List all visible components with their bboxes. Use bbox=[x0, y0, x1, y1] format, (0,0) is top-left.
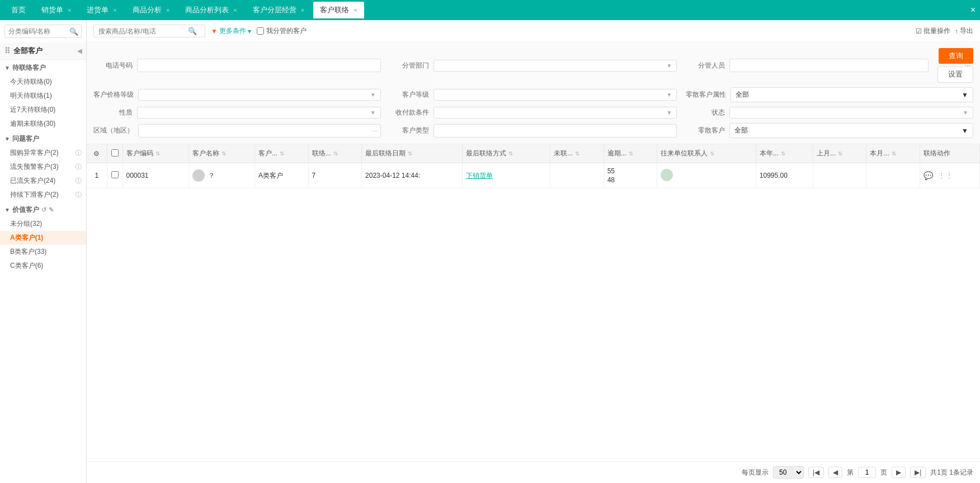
all-customers-header[interactable]: ⠿ 全部客户 ◀ bbox=[0, 42, 86, 60]
select-nature[interactable]: ▼ bbox=[137, 107, 381, 119]
info-icon-3: ⓘ bbox=[76, 177, 82, 185]
th-this-year[interactable]: 本年... ⇅ bbox=[756, 144, 813, 163]
sidebar-item-ungrouped[interactable]: 未分组(32) bbox=[0, 217, 86, 231]
select-retail[interactable]: 全部 ▼ bbox=[729, 123, 973, 138]
last-page-btn[interactable]: ▶| bbox=[910, 467, 926, 478]
th-contact-count[interactable]: 联络... ⇅ bbox=[308, 144, 362, 163]
page-number-input[interactable] bbox=[858, 467, 876, 478]
sidebar-item-tomorrow[interactable]: 明天待联络(1) bbox=[0, 89, 86, 103]
sidebar-item-declining[interactable]: 持续下滑客户(2) ⓘ bbox=[0, 188, 86, 202]
chevron-payment: ▼ bbox=[666, 110, 672, 116]
input-cust-type[interactable] bbox=[434, 124, 677, 138]
sidebar-item-abnormal-purchase[interactable]: 囤购异常客户(2) ⓘ bbox=[0, 146, 86, 160]
label-cust-grade: 客户等级 bbox=[390, 90, 429, 100]
th-type[interactable]: 客户... ⇅ bbox=[255, 144, 308, 163]
th-this-month[interactable]: 本月... ⇅ bbox=[866, 144, 920, 163]
total-label: 共1页 1条记录 bbox=[930, 468, 973, 477]
td-row-checkbox[interactable] bbox=[107, 163, 123, 188]
filter-phone: 电话号码 bbox=[93, 48, 381, 83]
my-customers-check[interactable] bbox=[257, 27, 264, 35]
th-settings[interactable]: ⚙ bbox=[87, 144, 107, 163]
search-box: 🔍 bbox=[93, 25, 205, 37]
input-region[interactable] bbox=[138, 124, 381, 138]
select-retail-attr[interactable]: 全部 ▼ bbox=[731, 87, 973, 102]
nav-product-analysis[interactable]: 商品分析 × bbox=[126, 2, 176, 18]
edit-group-icon[interactable]: ✎ bbox=[49, 206, 54, 214]
close-all-tabs-icon[interactable]: × bbox=[970, 5, 976, 15]
filter-price-grade: 客户价格等级 ▼ bbox=[93, 87, 381, 102]
sidebar-item-c-class[interactable]: C类客户(6) bbox=[0, 259, 86, 273]
sidebar-item-b-class[interactable]: B类客户(33) bbox=[0, 245, 86, 259]
sidebar-item-today[interactable]: 今天待联络(0) bbox=[0, 75, 86, 89]
label-nature: 性质 bbox=[93, 108, 133, 117]
nav-purchase[interactable]: 进货单 × bbox=[80, 2, 123, 18]
prev-page-btn[interactable]: ◀ bbox=[828, 467, 842, 478]
th-unit-contact[interactable]: 往来单位联系人 ⇅ bbox=[657, 144, 756, 163]
th-code[interactable]: 客户编码 ⇅ bbox=[123, 144, 189, 163]
arrow-icon: ▼ bbox=[4, 65, 10, 71]
nav-purchase-close[interactable]: × bbox=[113, 7, 116, 13]
sort-this-month-icon: ⇅ bbox=[892, 150, 896, 157]
group-problem-customers[interactable]: ▼ 问题客户 bbox=[0, 131, 86, 146]
batch-op-btn[interactable]: ☑ 批量操作 bbox=[916, 26, 950, 36]
group-pending-contact[interactable]: ▼ 待联络客户 bbox=[0, 60, 86, 75]
select-dept[interactable]: ▼ bbox=[434, 60, 677, 72]
sort-overdue-icon: ⇅ bbox=[629, 150, 633, 157]
more-filters-btn[interactable]: ▼ 更多条件 ▾ bbox=[211, 26, 251, 36]
message-action-icon[interactable]: 💬 bbox=[924, 171, 933, 180]
td-this-month bbox=[866, 163, 920, 188]
sort-last-month-icon: ⇅ bbox=[838, 150, 842, 157]
sidebar-item-churned[interactable]: 已流失客户(24) ⓘ bbox=[0, 174, 86, 188]
select-all-checkbox[interactable] bbox=[111, 149, 119, 157]
sort-name-icon: ⇅ bbox=[222, 150, 226, 157]
input-manager[interactable] bbox=[729, 59, 929, 72]
label-retail: 零散客户 bbox=[686, 126, 725, 135]
group-value-customers[interactable]: ▼ 价值客户 ↺ ✎ bbox=[0, 202, 86, 217]
sidebar-item-a-class[interactable]: A类客户(1) bbox=[0, 231, 86, 245]
nav-customer-contact[interactable]: 客户联络 × bbox=[313, 2, 364, 18]
select-payment[interactable]: ▼ bbox=[434, 107, 677, 119]
label-payment: 收付款条件 bbox=[390, 108, 429, 117]
th-last-contact-date[interactable]: 最后联络日期 ⇅ bbox=[362, 144, 463, 163]
select-status[interactable]: ▼ bbox=[729, 107, 973, 119]
th-last-contact-method[interactable]: 最后联络方式 ⇅ bbox=[463, 144, 550, 163]
sidebar-item-churn-warning[interactable]: 流失预警客户(3) ⓘ bbox=[0, 160, 86, 174]
nav-home[interactable]: 首页 bbox=[4, 2, 32, 18]
select-cust-grade[interactable]: ▼ bbox=[434, 89, 677, 101]
th-not-contacted[interactable]: 未联... ⇅ bbox=[550, 144, 604, 163]
row-checkbox[interactable] bbox=[111, 171, 119, 178]
select-price-grade[interactable]: ▼ bbox=[138, 89, 381, 101]
nav-sales-close[interactable]: × bbox=[68, 7, 71, 13]
td-this-year: 10995.00 bbox=[756, 163, 813, 188]
nav-customer-tier[interactable]: 客户分层经营 × bbox=[246, 2, 311, 18]
next-page-btn[interactable]: ▶ bbox=[892, 467, 906, 478]
td-last-method: 下销货单 bbox=[463, 163, 550, 188]
sidebar-item-7days[interactable]: 近7天待联络(0) bbox=[0, 103, 86, 117]
last-method-link[interactable]: 下销货单 bbox=[466, 172, 493, 179]
th-last-month[interactable]: 上月... ⇅ bbox=[813, 144, 866, 163]
arrow-icon-2: ▼ bbox=[4, 136, 10, 142]
search-input[interactable] bbox=[98, 27, 188, 35]
export-btn[interactable]: ↑ 导出 bbox=[955, 26, 973, 36]
nav-sales[interactable]: 销货单 × bbox=[35, 2, 78, 18]
page-size-select[interactable]: 50 20 100 bbox=[773, 466, 804, 479]
nav-product-analysis-list[interactable]: 商品分析列表 × bbox=[178, 2, 243, 18]
more-action-icon[interactable]: ⋮⋮ bbox=[937, 171, 953, 180]
nav-customer-tier-close[interactable]: × bbox=[301, 7, 304, 13]
input-phone[interactable] bbox=[137, 59, 381, 72]
query-button[interactable]: 查询 bbox=[939, 48, 973, 64]
nav-customer-contact-close[interactable]: × bbox=[354, 7, 357, 13]
sidebar-item-overdue[interactable]: 逾期未联络(30) bbox=[0, 117, 86, 131]
th-checkbox[interactable] bbox=[107, 144, 123, 163]
th-name[interactable]: 客户名称 ⇅ bbox=[189, 144, 255, 163]
my-customers-checkbox[interactable]: 我分管的客户 bbox=[257, 26, 307, 36]
nav-product-analysis-close[interactable]: × bbox=[166, 7, 169, 13]
nav-product-analysis-list-close[interactable]: × bbox=[233, 7, 237, 13]
th-overdue[interactable]: 逾期... ⇅ bbox=[604, 144, 657, 163]
refresh-icon[interactable]: ↺ bbox=[41, 206, 46, 214]
contact-person-avatar bbox=[661, 169, 673, 181]
search-icon: 🔍 bbox=[188, 27, 197, 35]
dots-region-icon: ··· bbox=[372, 127, 377, 134]
first-page-btn[interactable]: |◀ bbox=[808, 467, 824, 478]
page-suffix: 页 bbox=[880, 468, 887, 477]
